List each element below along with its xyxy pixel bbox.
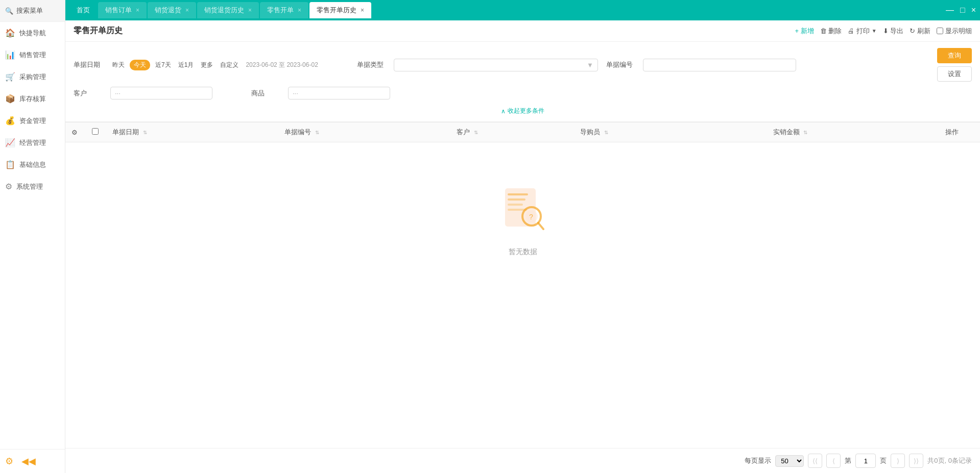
- tab-retail-open-history[interactable]: 零售开单历史 ×: [309, 2, 371, 18]
- print-dropdown-icon[interactable]: ▼: [872, 28, 877, 34]
- tab-retail-open[interactable]: 零售开单 ×: [260, 2, 308, 18]
- close-tab-retail-open-icon[interactable]: ×: [298, 7, 301, 14]
- per-page-select[interactable]: 50 10 20 100: [775, 455, 804, 467]
- th-checkbox[interactable]: [86, 122, 106, 142]
- doc-type-select[interactable]: ▼: [394, 59, 598, 71]
- last-page-button[interactable]: ⟩⟩: [909, 454, 923, 468]
- doc-no-input[interactable]: [643, 59, 796, 71]
- action-buttons: 查询 设置: [937, 48, 972, 82]
- sidebar-item-inventory[interactable]: 📦 库存核算: [0, 88, 65, 110]
- data-table: ⚙ 单据日期 ⇅ 单据编号 ⇅ 客户 ⇅: [65, 122, 980, 297]
- table-body: ? 暂无数据: [65, 142, 980, 298]
- first-page-button[interactable]: ⟨⟨: [808, 454, 822, 468]
- tab-sales-return[interactable]: 销货退货 ×: [148, 2, 196, 18]
- doc-icon: 📋: [5, 160, 15, 169]
- sort-guide-icon[interactable]: ⇅: [604, 130, 608, 135]
- settings-icon[interactable]: ⚙: [5, 456, 13, 467]
- tab-sales-return-label: 销货退货: [155, 6, 181, 15]
- tab-home[interactable]: 首页: [69, 2, 97, 18]
- th-amount-label: 实销金额: [773, 128, 800, 136]
- tab-sales-order[interactable]: 销售订单 ×: [98, 2, 147, 18]
- select-all-checkbox[interactable]: [92, 128, 99, 135]
- th-doc-no[interactable]: 单据编号 ⇅: [278, 122, 450, 142]
- prev-page-button[interactable]: ⟨: [826, 454, 841, 468]
- close-button[interactable]: ×: [971, 6, 976, 15]
- sidebar-item-label: 基础信息: [19, 160, 46, 169]
- content-area: 零售开单历史 + 新增 🗑 删除 🖨 打印 ▼ ⬇ 导出 ↻ 刷新: [65, 20, 980, 473]
- query-button[interactable]: 查询: [937, 48, 972, 63]
- close-tab-sales-order-icon[interactable]: ×: [136, 7, 139, 14]
- th-customer-label: 客户: [457, 128, 470, 136]
- sidebar-item-finance[interactable]: 💰 资金管理: [0, 110, 65, 132]
- empty-state: ? 暂无数据: [65, 142, 980, 297]
- refresh-button[interactable]: ↻ 刷新: [910, 27, 930, 36]
- money-icon: 💰: [5, 116, 15, 126]
- sidebar-item-sales-mgmt[interactable]: 📊 销售管理: [0, 44, 65, 66]
- tab-retail-open-history-label: 零售开单历史: [317, 6, 356, 15]
- page-number-input[interactable]: [855, 454, 876, 468]
- delete-button[interactable]: 🗑 删除: [820, 27, 842, 36]
- customer-select[interactable]: ···: [110, 87, 212, 99]
- date-opt-today[interactable]: 今天: [130, 60, 150, 70]
- date-opt-last7[interactable]: 近7天: [153, 60, 173, 70]
- sidebar-search[interactable]: 🔍 搜索菜单: [0, 0, 65, 22]
- th-amount[interactable]: 实销金额 ⇅: [767, 122, 939, 142]
- next-page-button[interactable]: ⟩: [891, 454, 905, 468]
- show-detail-label: 显示明细: [945, 27, 972, 36]
- date-opt-last-month[interactable]: 近1月: [176, 60, 196, 70]
- sidebar-item-sys-mgmt[interactable]: ⚙ 系统管理: [0, 176, 65, 197]
- page-header: 零售开单历史 + 新增 🗑 删除 🖨 打印 ▼ ⬇ 导出 ↻ 刷新: [65, 20, 980, 42]
- close-tab-retail-open-history-icon[interactable]: ×: [361, 7, 364, 14]
- goods-select[interactable]: ···: [288, 87, 390, 99]
- per-page-label: 每页显示: [745, 456, 771, 465]
- page-label: 第: [845, 456, 851, 465]
- minimize-button[interactable]: —: [946, 6, 954, 15]
- empty-state-row: ? 暂无数据: [65, 142, 980, 298]
- maximize-button[interactable]: □: [960, 6, 965, 15]
- date-range-display: 2023-06-02 至 2023-06-02: [246, 61, 318, 69]
- th-guide[interactable]: 导购员 ⇅: [574, 122, 722, 142]
- th-date-label: 单据日期: [112, 128, 139, 136]
- th-action: 操作: [939, 122, 980, 142]
- doc-type-filter-label: 单据类型: [357, 60, 386, 69]
- sort-date-icon[interactable]: ⇅: [143, 130, 147, 135]
- collapse-sidebar-icon[interactable]: ◀◀: [21, 456, 36, 467]
- svg-rect-1: [508, 193, 528, 195]
- doc-no-filter-label: 单据编号: [606, 60, 635, 69]
- sidebar-item-label: 系统管理: [16, 182, 43, 191]
- th-date[interactable]: 单据日期 ⇅: [106, 122, 278, 142]
- show-detail-checkbox[interactable]: [937, 28, 943, 34]
- toolbar: + 新增 🗑 删除 🖨 打印 ▼ ⬇ 导出 ↻ 刷新 显示明细: [795, 27, 972, 36]
- date-opt-more[interactable]: 更多: [199, 60, 215, 70]
- sort-amount-icon[interactable]: ⇅: [803, 130, 807, 135]
- date-opt-yesterday[interactable]: 昨天: [110, 60, 127, 70]
- goods-ellipsis: ···: [293, 89, 298, 97]
- svg-rect-2: [508, 198, 525, 201]
- tab-sales-order-label: 销售订单: [105, 6, 132, 15]
- show-detail-checkbox-container[interactable]: 显示明细: [937, 27, 972, 36]
- filter-settings-button[interactable]: 设置: [937, 66, 972, 82]
- export-button-label: ⬇ 导出: [883, 27, 904, 36]
- th-settings[interactable]: ⚙: [65, 122, 86, 142]
- th-spacer: [722, 122, 767, 142]
- refresh-button-label: ↻ 刷新: [910, 27, 930, 36]
- sort-customer-icon[interactable]: ⇅: [474, 130, 478, 135]
- table-container: ⚙ 单据日期 ⇅ 单据编号 ⇅ 客户 ⇅: [65, 122, 980, 448]
- tab-sales-return-history[interactable]: 销货退货历史 ×: [197, 2, 259, 18]
- sidebar-item-base-info[interactable]: 📋 基础信息: [0, 154, 65, 176]
- customer-ellipsis: ···: [115, 89, 121, 97]
- date-opt-custom[interactable]: 自定义: [218, 60, 241, 70]
- print-button[interactable]: 🖨 打印 ▼: [848, 27, 877, 36]
- collapse-filter-button[interactable]: ∧ 收起更多条件: [74, 105, 972, 119]
- sidebar-item-quick-nav[interactable]: 🏠 快捷导航: [0, 22, 65, 44]
- th-customer[interactable]: 客户 ⇅: [450, 122, 574, 142]
- sidebar-item-operations[interactable]: 📈 经营管理: [0, 132, 65, 154]
- new-button-label: + 新增: [795, 27, 814, 36]
- export-button[interactable]: ⬇ 导出: [883, 27, 904, 36]
- close-tab-sales-return-history-icon[interactable]: ×: [248, 7, 252, 14]
- sort-doc-no-icon[interactable]: ⇅: [315, 130, 319, 135]
- box-icon: 📦: [5, 94, 15, 104]
- close-tab-sales-return-icon[interactable]: ×: [185, 7, 189, 14]
- sidebar-item-purchase-mgmt[interactable]: 🛒 采购管理: [0, 66, 65, 88]
- new-button[interactable]: + 新增: [795, 27, 814, 36]
